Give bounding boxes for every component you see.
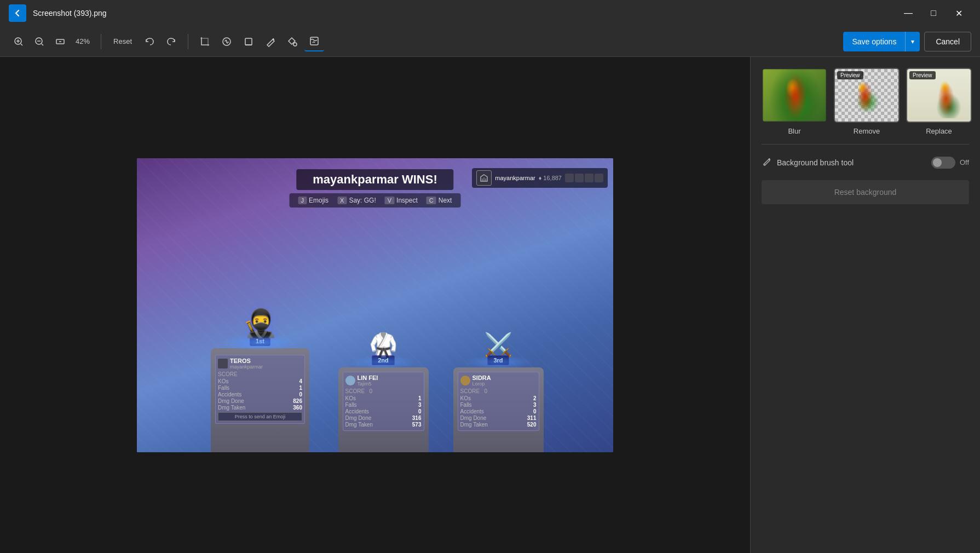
bg-option-blur[interactable]: Blur [762, 68, 827, 135]
bg-option-blur-label: Blur [788, 127, 800, 135]
game-winner-bar: mayankparmar WINS! [296, 169, 453, 190]
podium-2nd: 🥋 2nd LIN FEI [326, 331, 441, 452]
game-hud: mayankparmar ♦ 16,887 [472, 168, 608, 188]
brush-tool-label: Background brush tool [777, 158, 927, 167]
main-content: mayankparmar ♦ 16,887 mayankparmar WINS! [0, 57, 980, 553]
bg-option-remove[interactable]: Preview Remove [834, 68, 900, 135]
back-button[interactable] [9, 4, 26, 22]
separator-1 [101, 34, 101, 49]
undo-button[interactable] [140, 32, 159, 51]
crop-tool-button[interactable] [195, 32, 215, 51]
window-title: Screenshot (393).png [33, 9, 107, 18]
minimize-button[interactable]: — [896, 4, 921, 22]
winner-text: mayankparmar WINS! [296, 169, 453, 190]
bg-thumb-replace: Preview [906, 68, 972, 123]
zoom-fit-button[interactable] [50, 32, 70, 51]
title-bar: Screenshot (393).png — □ ✕ [0, 0, 980, 26]
game-image: mayankparmar ♦ 16,887 mayankparmar WINS! [137, 158, 613, 452]
zoom-out-button[interactable] [30, 32, 49, 51]
player-name: mayankparmar [495, 175, 535, 181]
divider-1 [762, 144, 969, 145]
right-panel: Blur Preview Remove Preview [750, 57, 980, 553]
bg-option-remove-label: Remove [854, 127, 880, 135]
zoom-in-button[interactable] [9, 32, 28, 51]
bg-option-replace-label: Replace [926, 127, 952, 135]
toggle-container: Off [931, 157, 969, 169]
brush-tool-row: Background brush tool Off [762, 153, 969, 171]
preview-badge-replace: Preview [909, 71, 936, 79]
save-options-label: Save options [843, 32, 906, 51]
toggle-state-label: Off [960, 158, 969, 166]
brush-icon [762, 155, 773, 169]
svg-point-18 [763, 164, 765, 166]
fill-tool-button[interactable] [283, 32, 302, 51]
toolbar-right: Save options ▾ Cancel [843, 32, 971, 51]
zoom-group: 42% [9, 32, 94, 51]
brush-tool-toggle[interactable] [931, 157, 955, 169]
toolbar: 42% Reset [0, 26, 980, 57]
draw-tool-button[interactable] [261, 32, 280, 51]
save-options-button[interactable]: Save options ▾ [843, 32, 920, 51]
adjust-tool-button[interactable] [217, 32, 237, 51]
svg-rect-13 [310, 37, 318, 45]
bg-thumb-remove: Preview [834, 68, 900, 123]
bg-thumb-blur [762, 68, 827, 123]
save-options-arrow-icon[interactable]: ▾ [906, 32, 920, 51]
window-controls: — □ ✕ [896, 4, 971, 22]
toggle-thumb [933, 158, 942, 167]
cancel-button[interactable]: Cancel [924, 32, 971, 51]
svg-rect-10 [245, 38, 252, 45]
maximize-button[interactable]: □ [921, 4, 946, 22]
redo-button[interactable] [162, 32, 181, 51]
podium-area: 🥷 1st TEROS [194, 307, 556, 452]
stamp-tool-button[interactable] [239, 32, 258, 51]
svg-point-12 [293, 43, 297, 46]
bg-options-row: Blur Preview Remove Preview [762, 68, 969, 135]
preview-badge-remove: Preview [837, 71, 863, 79]
image-container: mayankparmar ♦ 16,887 mayankparmar WINS! [137, 158, 613, 452]
bg-option-replace[interactable]: Preview Replace [906, 68, 972, 135]
separator-2 [188, 34, 188, 49]
svg-line-3 [21, 44, 22, 45]
zoom-percent: 42% [71, 35, 94, 48]
remove-bg-tool-button[interactable] [304, 32, 324, 51]
podium-3rd: ⚔️ 3rd SIDRA [441, 331, 556, 452]
game-background: mayankparmar ♦ 16,887 mayankparmar WINS! [137, 158, 613, 452]
game-buttons-row: J Emojis X Say: GG! V Inspect C [290, 193, 461, 208]
reset-button[interactable]: Reset [108, 32, 137, 51]
close-button[interactable]: ✕ [946, 4, 971, 22]
reset-background-button[interactable]: Reset background [762, 180, 969, 204]
podium-1st: 🥷 1st TEROS [194, 307, 326, 452]
canvas-area: mayankparmar ♦ 16,887 mayankparmar WINS! [0, 57, 750, 553]
svg-line-6 [42, 44, 43, 45]
